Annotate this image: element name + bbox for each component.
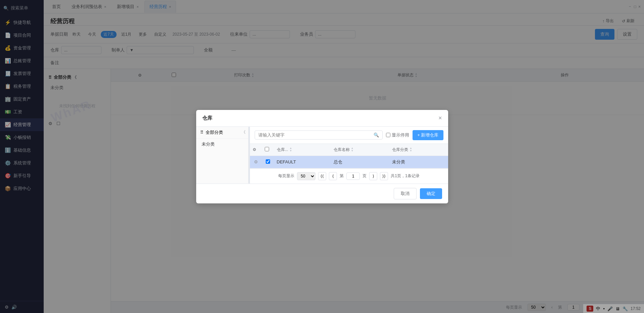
- confirm-button[interactable]: 确定: [420, 188, 442, 199]
- dialog-body: ⠿ 全部分类 《 未分类 🔍: [196, 127, 448, 184]
- dialog-next-page-btn[interactable]: ⟩: [369, 172, 377, 180]
- dialog-gear-icon[interactable]: ⚙: [253, 147, 256, 152]
- dialog-header: 仓库 ×: [196, 110, 448, 127]
- dialog-total-label: 共1页，1条记录: [391, 173, 419, 179]
- dialog-col-gear: ⚙: [250, 144, 262, 156]
- dialog-overlay: 仓库 × ⠿ 全部分类 《 未分类: [0, 0, 644, 313]
- show-disabled-checkbox[interactable]: [386, 133, 390, 137]
- dialog-page-size-select[interactable]: 50 100: [297, 172, 315, 180]
- dialog-collapse-btn[interactable]: 《: [242, 129, 246, 135]
- dialog-table-row[interactable]: ⚙ DEFAULT 总仓 未分类: [250, 156, 448, 168]
- dialog-last-page-btn[interactable]: ⟩⟩: [380, 172, 388, 180]
- dialog-page-input[interactable]: [346, 172, 360, 180]
- row-category: 未分类: [389, 156, 448, 168]
- row-select-checkbox[interactable]: [266, 159, 270, 164]
- dialog-search-icon[interactable]: 🔍: [374, 132, 379, 138]
- row-checkbox[interactable]: [262, 156, 274, 168]
- dialog-page-suffix: 页: [362, 173, 367, 179]
- dialog-select-all[interactable]: [265, 147, 269, 151]
- dialog-prev-page-btn[interactable]: ⟨: [329, 172, 337, 180]
- add-warehouse-button[interactable]: + 新增仓库: [413, 130, 443, 140]
- dialog-left-panel: ⠿ 全部分类 《 未分类: [196, 127, 250, 184]
- show-disabled-label: 显示停用: [392, 132, 409, 138]
- dialog-col-checkbox: [262, 144, 274, 156]
- dialog-pagination: 每页显示 50 100 ⟨⟨ ⟨ 第 页 ⟩ ⟩⟩ 共1页，1条记录: [250, 168, 448, 184]
- dialog-footer: 取消 确定: [196, 184, 448, 203]
- dialog-col-name[interactable]: 仓库名称 ▲▼: [331, 144, 389, 156]
- dialog-title: 仓库: [202, 115, 212, 121]
- row-gear-icon: ⚙: [254, 159, 258, 164]
- dialog-close-button[interactable]: ×: [438, 115, 442, 122]
- dialog-table: ⚙ 仓库... ▲▼ 仓库名称: [250, 144, 448, 168]
- dialog-search-box: 🔍: [255, 130, 383, 140]
- dialog-left-grid-icon: ⠿: [200, 130, 204, 135]
- dialog-toolbar: 🔍 显示停用 + 新增仓库: [250, 127, 448, 144]
- dialog-left-header: ⠿ 全部分类 《: [196, 127, 250, 139]
- cancel-button[interactable]: 取消: [394, 188, 417, 199]
- row-code: DEFAULT: [274, 156, 331, 168]
- dialog-right-panel: 🔍 显示停用 + 新增仓库 ⚙: [250, 127, 448, 184]
- warehouse-dialog: 仓库 × ⠿ 全部分类 《 未分类: [196, 110, 448, 203]
- row-name: 总仓: [331, 156, 389, 168]
- row-gear[interactable]: ⚙: [250, 156, 262, 168]
- dialog-first-page-btn[interactable]: ⟨⟨: [318, 172, 326, 180]
- dialog-left-uncategorized[interactable]: 未分类: [196, 139, 250, 150]
- dialog-col-category[interactable]: 仓库分类 ▲▼: [389, 144, 448, 156]
- show-disabled-toggle: 显示停用: [386, 132, 409, 138]
- dialog-search-input[interactable]: [258, 132, 372, 138]
- dialog-left-scrollbar[interactable]: [248, 127, 250, 184]
- dialog-page-label: 第: [340, 173, 344, 179]
- dialog-table-area: ⚙ 仓库... ▲▼ 仓库名称: [250, 144, 448, 168]
- dialog-left-title: 全部分类: [206, 129, 223, 135]
- dialog-per-page-label: 每页显示: [278, 173, 294, 179]
- dialog-col-code[interactable]: 仓库... ▲▼: [274, 144, 331, 156]
